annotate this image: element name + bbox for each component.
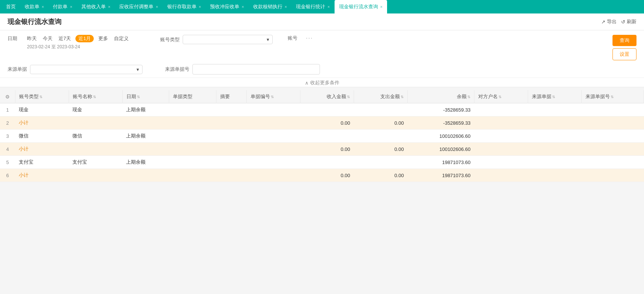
collapse-icon: ∧ xyxy=(305,80,309,86)
table-row: 1现金现金上期余额-3528659.33 xyxy=(0,103,644,116)
collapse-button[interactable]: ∧ 收起更多条件 xyxy=(305,79,339,86)
row-number: 4 xyxy=(0,143,15,156)
cell-doc-no xyxy=(246,156,300,169)
nav-payments[interactable]: 付款单 × xyxy=(48,0,77,13)
table-settings-icon[interactable]: ⚙ xyxy=(5,94,10,100)
cell-balance: 100102606.60 xyxy=(408,143,474,156)
cell-expense: 0.00 xyxy=(354,116,408,130)
cell-income: 0.00 xyxy=(300,143,354,156)
cell-date: 上期余额 xyxy=(122,156,169,169)
cell-account-type: 支付宝 xyxy=(15,156,69,169)
cell-account-type: 小计 xyxy=(15,169,69,182)
cell-counterpart xyxy=(474,143,528,156)
sort-icon[interactable]: ⇅ xyxy=(271,95,274,99)
table-row: 5支付宝支付宝上期余额19871073.60 xyxy=(0,156,644,169)
cell-expense: 0.00 xyxy=(354,143,408,156)
sort-icon[interactable]: ⇅ xyxy=(498,95,501,99)
account-type-select[interactable]: ▾ xyxy=(183,35,273,44)
export-button[interactable]: ↗ 导出 xyxy=(601,18,617,25)
cell-source-doc xyxy=(528,103,582,116)
source-doc-select[interactable]: ▾ xyxy=(30,65,143,74)
cell-account-type: 小计 xyxy=(15,143,69,156)
date-opt-more[interactable]: 更多 xyxy=(97,35,110,42)
cell-income: 0.00 xyxy=(300,116,354,130)
cell-date xyxy=(122,143,169,156)
source-doc-num-input[interactable] xyxy=(192,64,320,75)
nav-cash-stats[interactable]: 现金银行统计 × xyxy=(291,0,334,13)
cell-doc-no xyxy=(246,169,300,182)
export-icon: ↗ xyxy=(601,19,605,25)
sort-icon[interactable]: ⇅ xyxy=(137,95,140,99)
close-icon[interactable]: × xyxy=(380,4,383,9)
refresh-button[interactable]: ↺ 刷新 xyxy=(621,18,636,25)
cell-date xyxy=(122,116,169,130)
date-opt-custom[interactable]: 自定义 xyxy=(113,35,130,42)
date-opt-today[interactable]: 今天 xyxy=(41,35,54,42)
cell-account-name: 现金 xyxy=(69,103,122,116)
cell-balance: 19871073.60 xyxy=(408,169,474,182)
sort-icon[interactable]: ⇅ xyxy=(611,95,614,99)
date-opt-7days[interactable]: 近7天 xyxy=(57,35,72,42)
col-doc-no: 单据编号⇅ xyxy=(246,90,300,103)
row-number: 6 xyxy=(0,169,15,182)
sort-icon[interactable]: ⇅ xyxy=(552,95,555,99)
cell-summary xyxy=(216,116,246,130)
table-row: 3微信微信上期余额100102606.60 xyxy=(0,130,644,143)
col-income: 收入金额⇅ xyxy=(300,90,354,103)
nav-other-income[interactable]: 其他收入单 × xyxy=(77,0,115,13)
nav-receipts[interactable]: 收款单 × xyxy=(20,0,48,13)
sort-icon[interactable]: ⇅ xyxy=(93,95,96,99)
sort-icon[interactable]: ⇅ xyxy=(401,95,404,99)
sort-icon[interactable]: ⇅ xyxy=(467,95,470,99)
cell-source-doc xyxy=(528,130,582,143)
close-icon[interactable]: × xyxy=(108,4,110,9)
cell-doc-type xyxy=(169,130,216,143)
sort-icon[interactable]: ⇅ xyxy=(39,95,42,99)
close-icon[interactable]: × xyxy=(199,4,201,9)
sort-icon[interactable]: ⇅ xyxy=(347,95,350,99)
cell-balance: -3528659.33 xyxy=(408,103,474,116)
cell-doc-no xyxy=(246,130,300,143)
close-icon[interactable]: × xyxy=(242,4,244,9)
nav-home[interactable]: 首页 xyxy=(2,0,20,13)
cell-income xyxy=(300,103,354,116)
close-icon[interactable]: × xyxy=(156,4,158,9)
close-icon[interactable]: × xyxy=(285,4,287,9)
nav-bank-deposit[interactable]: 银行存取款单 × xyxy=(163,0,206,13)
cell-source-doc xyxy=(528,156,582,169)
nav-verify[interactable]: 收款核销执行 × xyxy=(249,0,291,13)
col-account-name: 账号名称⇅ xyxy=(69,90,122,103)
date-range: 2023-02-24 至 2023-03-24 xyxy=(27,44,80,49)
cell-doc-type xyxy=(169,169,216,182)
cell-date xyxy=(122,169,169,182)
cell-source-doc-no xyxy=(582,103,644,116)
cell-income xyxy=(300,156,354,169)
nav-prepaid[interactable]: 预收冲应收单 × xyxy=(206,0,248,13)
close-icon[interactable]: × xyxy=(327,4,330,9)
cell-doc-no xyxy=(246,143,300,156)
cell-doc-type xyxy=(169,103,216,116)
cell-account-name: 支付宝 xyxy=(69,156,122,169)
cell-account-name: 微信 xyxy=(69,130,122,143)
nav-cash-flow[interactable]: 现金银行流水查询 × xyxy=(335,0,387,13)
cell-date: 上期余额 xyxy=(122,130,169,143)
close-icon[interactable]: × xyxy=(42,4,44,9)
page-title: 现金银行流水查询 xyxy=(8,17,62,26)
date-opt-1month[interactable]: 近1月 xyxy=(75,35,94,42)
refresh-icon: ↺ xyxy=(621,19,625,25)
cell-account-type: 现金 xyxy=(15,103,69,116)
account-type-label: 账号类型 xyxy=(160,36,180,43)
account-more-button[interactable]: ··· xyxy=(306,35,313,42)
table-row: 2小计0.000.00-3528659.33 xyxy=(0,116,644,130)
settings-button[interactable]: 设置 xyxy=(612,48,636,60)
query-button[interactable]: 查询 xyxy=(612,35,636,46)
cell-expense xyxy=(354,103,408,116)
close-icon[interactable]: × xyxy=(70,4,72,9)
cell-doc-no xyxy=(246,103,300,116)
col-doc-type: 单据类型 xyxy=(169,90,216,103)
cell-summary xyxy=(216,169,246,182)
cell-source-doc-no xyxy=(582,169,644,182)
cell-expense xyxy=(354,130,408,143)
date-opt-yesterday[interactable]: 昨天 xyxy=(26,35,38,42)
nav-ar-ap-adjust[interactable]: 应收应付调整单 × xyxy=(115,0,162,13)
